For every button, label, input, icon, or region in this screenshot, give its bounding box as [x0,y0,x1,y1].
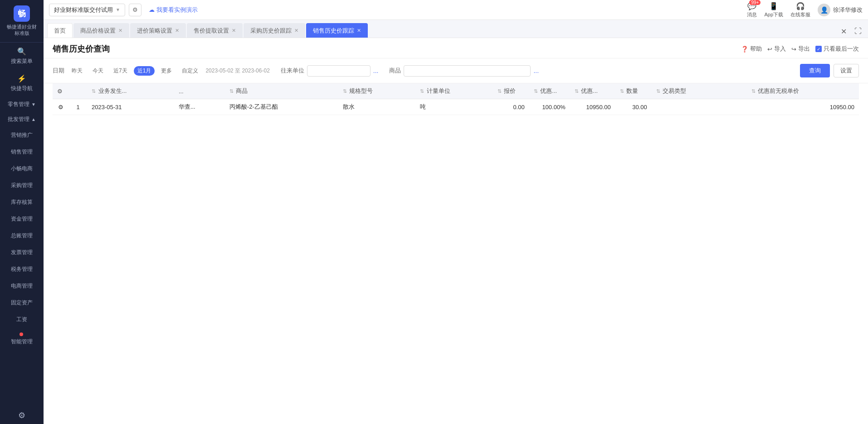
sidebar-item-tax[interactable]: 税务管理 [0,261,44,278]
sidebar-item-ledger[interactable]: 总账管理 [0,227,44,244]
topbar-settings-button[interactable]: ⚙ [129,4,141,16]
date-opt-custom[interactable]: 自定义 [178,66,202,76]
tab-sale-price[interactable]: 售价提取设置 ✕ [187,23,243,38]
product-selector-label: 好业财标准版交付试用 [54,6,113,14]
tab-close-icon[interactable]: ✕ [175,28,179,34]
sidebar-item-marketing[interactable]: 营销推广 [0,127,44,144]
sort-icon: ⇅ [656,88,660,94]
sort-icon: ⇅ [343,88,347,94]
filter-actions: 查询 设置 [800,64,859,77]
sidebar-item-inventory[interactable]: 库存核算 [0,194,44,211]
table-col-product[interactable]: ⇅ 商品 [225,83,338,99]
table-col-qty[interactable]: ⇅ 数量 [615,83,652,99]
row-company: 华查... [174,99,225,115]
sidebar-item-search[interactable]: 🔍 搜索菜单 [0,43,44,70]
sidebar-item-smart[interactable]: 智能管理 [0,328,44,350]
sidebar-item-invoice[interactable]: 发票管理 [0,244,44,261]
table-row[interactable]: ⚙ 1 2023-05-31 华查... 丙烯酸-2-乙基己酯 散水 吨 0.0… [53,99,859,115]
sidebar-logo: 畅 畅捷通好业财 标准版 [0,0,44,43]
tab-close-icon[interactable]: ✕ [294,28,298,34]
table-col-spec[interactable]: ⇅ 规格型号 [338,83,416,99]
date-opt-last1m[interactable]: 近1月 [134,66,155,76]
message-button[interactable]: 💬 消息 99+ [747,2,757,18]
avatar: 👤 [818,4,830,16]
date-opt-last7[interactable]: 近7天 [110,66,131,76]
chevron-down-icon: ▼ [116,7,120,12]
table-col-date[interactable]: ⇅ 业务发生... [87,83,174,99]
red-dot-indicator [20,332,23,336]
sort-icon: ⇅ [92,88,96,94]
sidebar-item-ecommerce[interactable]: 电商管理 [0,278,44,294]
tab-home[interactable]: 首页 [47,23,73,38]
product-dots[interactable]: ... [533,67,539,74]
sort-icon: ⇅ [229,88,234,94]
logo-icon: 畅 [14,5,30,22]
product-input[interactable] [404,65,531,77]
sort-icon: ⇅ [420,88,424,94]
sidebar-item-retail[interactable]: 零售管理 ▼ [0,97,44,112]
sidebar-item-quicknav[interactable]: ⚡ 快捷导航 [0,70,44,97]
sidebar-item-purchase[interactable]: 采购管理 [0,177,44,194]
top-bar: 好业财标准版交付试用 ▼ ⚙ ☁ 我要看实例演示 💬 消息 99+ 📱 App下… [44,0,868,20]
row-num: 1 [69,99,87,115]
sidebar-item-finance[interactable]: 资金管理 [0,211,44,227]
table-col-price[interactable]: ⇅ 报价 [493,83,529,99]
row-unit: 吨 [415,99,493,115]
online-service-button[interactable]: 🎧 在线客服 [790,2,810,18]
table-col-unit[interactable]: ⇅ 计量单位 [415,83,493,99]
app-download-button[interactable]: 📱 App下载 [764,2,783,18]
demo-button[interactable]: ☁ 我要看实例演示 [149,6,198,14]
row-discount1: 100.00% [529,99,570,115]
import-button[interactable]: ↩ 导入 [767,45,786,53]
export-button[interactable]: ↪ 导出 [791,45,810,53]
window-close-button[interactable]: ✕ [837,25,850,38]
filter-bar: 日期 昨天 今天 近7天 近1月 更多 自定义 2023-05-02 至 202… [44,58,868,83]
page-header: 销售历史价查询 ❓ 帮助 ↩ 导入 ↪ 导出 ✓ 只看最后一次 [44,38,868,58]
sidebar-settings-icon[interactable]: ⚙ [18,410,25,420]
tab-close-icon[interactable]: ✕ [118,28,122,34]
tab-close-icon[interactable]: ✕ [232,28,236,34]
source-unit-input[interactable] [307,65,371,77]
content-area: 销售历史价查询 ❓ 帮助 ↩ 导入 ↪ 导出 ✓ 只看最后一次 [44,38,868,424]
table-col-discount2[interactable]: ⇅ 优惠... [570,83,615,99]
logo-text: 畅捷通好业财 标准版 [7,24,37,37]
filter-settings-button[interactable]: 设置 [834,64,859,77]
export-icon: ↪ [791,46,796,53]
sidebar-item-assets[interactable]: 固定资产 [0,294,44,311]
row-qty: 30.00 [615,99,652,115]
table-col-tax-price[interactable]: ⇅ 优惠前无税单价 [747,83,859,99]
table-col-gear[interactable]: ⚙ [53,83,69,99]
only-last-checkbox[interactable]: ✓ 只看最后一次 [815,45,859,53]
window-maximize-button[interactable]: ⛶ [852,25,864,38]
tab-close-icon[interactable]: ✕ [357,28,361,34]
table-col-type[interactable]: ⇅ 交易类型 [652,83,729,99]
row-discount2: 10950.00 [570,99,615,115]
query-button[interactable]: 查询 [800,64,830,77]
date-opt-yesterday[interactable]: 昨天 [68,66,86,76]
help-icon: ❓ [741,46,748,53]
row-date: 2023-05-31 [87,99,174,115]
tab-purchase-history[interactable]: 采购历史价跟踪 ✕ [244,23,305,38]
sidebar-item-salary[interactable]: 工资 [0,311,44,328]
table-col-discount1[interactable]: ⇅ 优惠... [529,83,570,99]
sidebar-item-sales[interactable]: 销售管理 [0,144,44,160]
product-selector[interactable]: 好业财标准版交付试用 ▼ [49,4,125,16]
tab-product-price[interactable]: 商品价格设置 ✕ [73,23,129,38]
date-opt-more[interactable]: 更多 [157,66,176,76]
source-unit-dots[interactable]: ... [373,67,379,74]
tab-price-strategy[interactable]: 进价策略设置 ✕ [130,23,186,38]
user-info[interactable]: 👤 徐泽华修改 [818,4,863,16]
demo-icon: ☁ [149,6,155,13]
date-opt-today[interactable]: 今天 [89,66,107,76]
help-button[interactable]: ❓ 帮助 [741,45,762,53]
sidebar-section-wholesale: 批发管理 ▲ [0,112,44,127]
chevron-down-icon: ▼ [31,102,36,107]
tab-sales-history[interactable]: 销售历史价跟踪 ✕ [306,23,368,38]
table-col-more[interactable]: ... [174,83,225,99]
sidebar-item-ecommerce-small[interactable]: 小畅电商 [0,160,44,177]
sidebar-item-wholesale[interactable]: 批发管理 ▲ [0,112,44,127]
sidebar-bottom: ⚙ [0,407,44,424]
row-gear[interactable]: ⚙ [53,99,69,115]
nav-icon: ⚡ [17,74,26,83]
download-icon: 📱 [769,2,778,10]
